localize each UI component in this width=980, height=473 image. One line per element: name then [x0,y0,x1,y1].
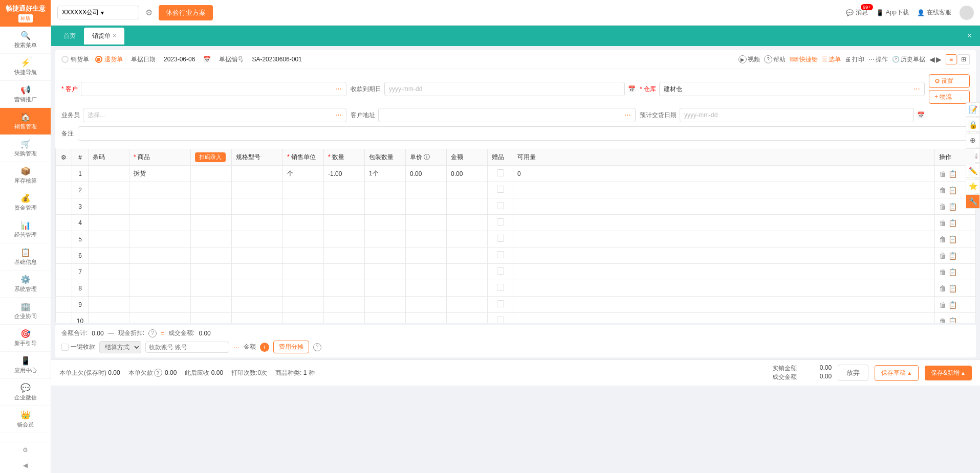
delivery-calendar-icon[interactable]: 📅 [917,111,925,119]
sidebar-item-search[interactable]: 🔍 搜索菜单 [0,27,51,54]
col-scan[interactable]: 扫码录入 [191,149,232,166]
delete-icon[interactable]: 🗑 [939,170,946,178]
grid-view-btn[interactable]: ⊞ [957,54,970,64]
tab-home[interactable]: 首页 [55,28,84,44]
scan-btn[interactable]: 扫码录入 [195,152,226,162]
app-download-btn[interactable]: 📱 App下载 [876,8,909,17]
sidebar-item-finance[interactable]: 💰 资金管理 [0,189,51,216]
row-pack-qty[interactable]: 1个 [365,166,406,182]
copy-icon[interactable]: 📋 [948,268,957,276]
add-payment-btn[interactable]: + [260,343,269,352]
company-selector[interactable]: XXXXXX公司 ▾ [57,6,139,19]
cash-discount-help-icon[interactable]: ? [148,329,157,337]
row-product[interactable]: 拆货 [129,166,191,182]
sidebar-item-quick-nav[interactable]: ⚡ 快捷导航 [0,54,51,81]
salesperson-more-icon[interactable]: ··· [335,110,342,120]
copy-icon[interactable]: 📋 [948,284,957,292]
shortcut-action-btn[interactable]: ⌨ 快捷键 [790,55,818,64]
sidebar-item-wechat[interactable]: 💬 企业微信 [0,379,51,406]
video-action-btn[interactable]: ▶ 视频 [738,55,760,64]
sidebar-item-marketing[interactable]: 📢 营销推广 [0,81,51,108]
logistics-btn[interactable]: + 物流 [929,90,970,104]
table-settings-icon[interactable]: ⚙ [61,154,67,161]
warehouse-input[interactable]: 建材仓 ··· [659,82,925,96]
row-quantity[interactable]: -1.00 [324,166,365,182]
float-btn-1[interactable]: 📝 [966,102,980,117]
copy-icon[interactable]: 📋 [948,301,957,309]
filter-action-btn[interactable]: ☰ 选单 [822,55,841,64]
message-btn[interactable]: 💬 消息 99+ [846,8,868,17]
due-date-calendar-icon[interactable]: 📅 [628,85,636,93]
customer-input[interactable]: ··· [81,82,346,96]
delete-icon[interactable]: 🗑 [939,301,946,309]
sidebar-item-operations[interactable]: 📊 经营管理 [0,216,51,243]
sidebar-item-guide[interactable]: 🎯 新手引导 [0,325,51,352]
copy-icon[interactable]: 📋 [948,235,957,243]
delete-icon[interactable]: 🗑 [939,268,946,276]
payment-method-select[interactable]: 结算方式 [99,341,141,353]
sidebar-item-system[interactable]: ⚙️ 系统管理 [0,271,51,298]
copy-icon[interactable]: 📋 [948,202,957,211]
settings-gear-icon[interactable]: ⚙ [143,6,155,19]
address-input[interactable]: ··· [378,108,636,122]
sidebar-item-member[interactable]: 👑 畅会员 [0,406,51,433]
save-new-btn[interactable]: 保存&新增 ▲ [925,366,972,380]
address-more-icon[interactable]: ··· [624,110,631,120]
account-more-icon[interactable]: ··· [233,343,239,351]
col-settings[interactable]: ⚙ [56,149,72,166]
delete-icon[interactable]: 🗑 [939,219,946,227]
customer-more-icon[interactable]: ··· [335,84,342,94]
tab-close-icon[interactable]: × [113,32,116,39]
list-view-btn[interactable]: ≡ [946,54,956,64]
setting-btn[interactable]: ⚙ 设置 [929,74,970,88]
sidebar-item-sales[interactable]: 🏠 销售管理 [0,108,51,135]
trial-btn[interactable]: 体验行业方案 [159,5,213,20]
tab-sales-order[interactable]: 销货单 × [84,28,124,44]
discard-btn[interactable]: 放弃 [838,365,868,381]
due-date-input[interactable]: yyyy-mm-dd [384,82,625,96]
online-service-btn[interactable]: 👤 在线客服 [917,8,951,17]
copy-icon[interactable]: 📋 [948,186,957,194]
salesperson-input[interactable]: 选择... ··· [83,108,346,122]
history-action-btn[interactable]: 🕐 历史单据 [892,55,925,64]
row-unit[interactable]: 个 [283,166,324,182]
user-avatar[interactable] [960,6,974,20]
delete-icon[interactable]: 🗑 [939,202,946,211]
print-action-btn[interactable]: 🖨 打印 [845,55,864,64]
account-input[interactable] [145,342,229,353]
float-btn-7[interactable]: 🔧 [966,194,980,209]
copy-icon[interactable]: 📋 [948,252,957,260]
remark-input[interactable] [78,126,970,141]
sidebar-item-inventory[interactable]: 📦 库存核算 [0,162,51,189]
copy-icon[interactable]: 📋 [948,170,957,178]
row-barcode[interactable] [89,166,129,182]
next-arrow[interactable]: ▶ [936,55,942,63]
float-btn-6[interactable]: ⭐ [966,179,980,193]
save-draft-btn[interactable]: 保存草稿 ▲ [875,365,919,381]
delete-icon[interactable]: 🗑 [939,252,946,260]
row-gift[interactable] [488,166,513,182]
copy-icon[interactable]: 📋 [948,317,957,323]
float-btn-2[interactable]: 🔒 [966,118,980,132]
delete-icon[interactable]: 🗑 [939,317,946,323]
float-btn-3[interactable]: ⊕ [966,133,980,147]
sidebar-item-enterprise[interactable]: 🏢 企业协同 [0,298,51,325]
warehouse-more-icon[interactable]: ··· [913,84,920,94]
sidebar-item-purchase[interactable]: 🛒 采购管理 [0,135,51,162]
row-amount[interactable]: 0.00 [447,166,488,182]
delivery-date-input[interactable]: yyyy-mm-dd [680,108,914,122]
sidebar-collapse-btn[interactable]: ◀ [0,458,51,473]
prev-arrow[interactable]: ◀ [929,55,935,63]
delete-icon[interactable]: 🗑 [939,284,946,292]
sidebar-item-basic-info[interactable]: 📋 基础信息 [0,243,51,271]
calendar-icon[interactable]: 📅 [203,56,211,63]
sidebar-item-app-center[interactable]: 📱 应用中心 [0,352,51,379]
help-action-btn[interactable]: ? 帮助 [764,55,786,64]
one-click-payment-checkbox[interactable]: 一键收款 [61,343,95,351]
copy-icon[interactable]: 📋 [948,219,957,227]
float-btn-5[interactable]: ✏️ [966,164,980,178]
expense-split-btn[interactable]: 费用分摊 [273,341,309,353]
operations-action-btn[interactable]: ⋯ 操作 [868,55,888,64]
expense-help-icon[interactable]: ? [313,343,321,351]
delete-icon[interactable]: 🗑 [939,235,946,243]
